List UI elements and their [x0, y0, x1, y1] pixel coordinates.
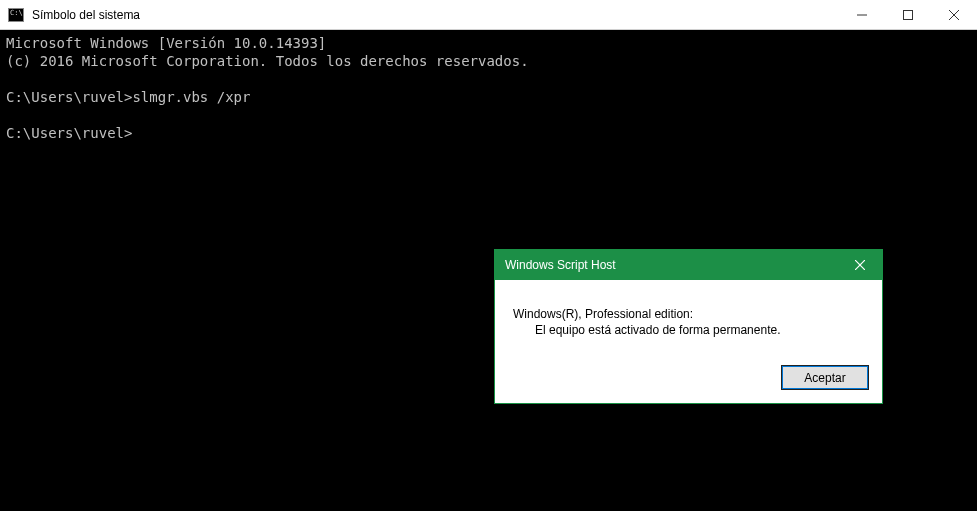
dialog-message-line: El equipo está activado de forma permane… — [513, 322, 864, 338]
close-icon — [855, 260, 865, 270]
minimize-button[interactable] — [839, 0, 885, 29]
maximize-icon — [903, 10, 913, 20]
accept-button[interactable]: Aceptar — [782, 366, 868, 389]
window-title: Símbolo del sistema — [32, 8, 839, 22]
window-controls — [839, 0, 977, 29]
terminal-prompt: C:\Users\ruvel>slmgr.vbs /xpr — [6, 89, 250, 105]
terminal-line: (c) 2016 Microsoft Corporation. Todos lo… — [6, 53, 529, 69]
dialog-footer: Aceptar — [495, 348, 882, 403]
close-icon — [949, 10, 959, 20]
minimize-icon — [857, 10, 867, 20]
maximize-button[interactable] — [885, 0, 931, 29]
dialog-body: Windows(R), Professional edition: El equ… — [495, 280, 882, 348]
terminal-prompt: C:\Users\ruvel> — [6, 125, 132, 141]
cmd-icon — [8, 8, 24, 22]
dialog-title: Windows Script Host — [505, 258, 837, 272]
dialog-message-line: Windows(R), Professional edition: — [513, 306, 864, 322]
dialog-titlebar[interactable]: Windows Script Host — [495, 250, 882, 280]
window-titlebar: Símbolo del sistema — [0, 0, 977, 30]
svg-rect-1 — [904, 10, 913, 19]
script-host-dialog: Windows Script Host Windows(R), Professi… — [494, 249, 883, 404]
close-button[interactable] — [931, 0, 977, 29]
terminal-output[interactable]: Microsoft Windows [Versión 10.0.14393] (… — [0, 30, 977, 146]
dialog-close-button[interactable] — [837, 250, 882, 280]
terminal-line: Microsoft Windows [Versión 10.0.14393] — [6, 35, 326, 51]
